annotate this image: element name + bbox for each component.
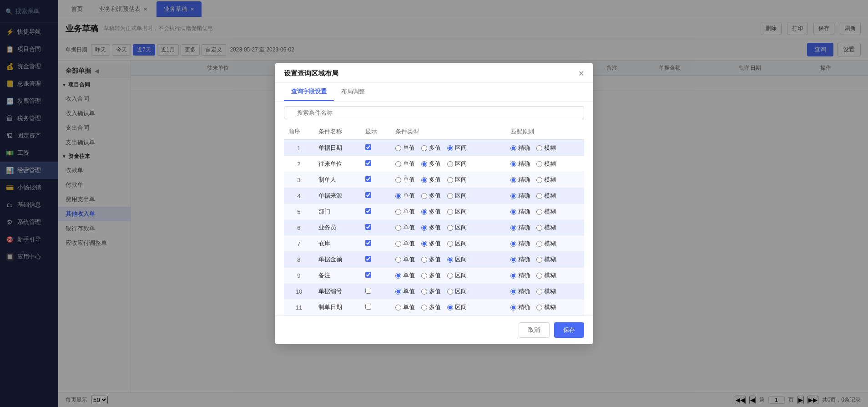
radio-type-多值-8[interactable]: 多值: [421, 271, 441, 280]
radio-match-模糊-8[interactable]: 模糊: [536, 271, 556, 280]
radio-type-多值-5[interactable]: 多值: [421, 224, 441, 232]
radio-type-区间-10[interactable]: 区间: [447, 303, 467, 311]
row-check-7[interactable]: [361, 252, 391, 268]
dialog-search-input[interactable]: [284, 106, 584, 119]
radio-type-单值-2[interactable]: 单值: [395, 176, 415, 184]
row-match-4[interactable]: 精确模糊: [506, 204, 584, 220]
row-type-6[interactable]: 单值多值区间: [391, 236, 506, 252]
radio-type-单值-5[interactable]: 单值: [395, 224, 415, 232]
row-check-0[interactable]: [361, 140, 391, 156]
row-type-9[interactable]: 单值多值区间: [391, 284, 506, 300]
row-check-5[interactable]: [361, 220, 391, 236]
checkbox-3[interactable]: [365, 192, 371, 198]
radio-match-模糊-4[interactable]: 模糊: [536, 208, 556, 216]
radio-match-精确-3[interactable]: 精确: [510, 192, 530, 200]
checkbox-10[interactable]: [365, 304, 371, 310]
row-check-10[interactable]: [361, 300, 391, 315]
row-type-0[interactable]: 单值多值区间: [391, 140, 506, 156]
radio-type-多值-0[interactable]: 多值: [421, 144, 441, 152]
radio-type-区间-4[interactable]: 区间: [447, 208, 467, 216]
radio-match-精确-7[interactable]: 精确: [510, 255, 530, 264]
radio-type-多值-4[interactable]: 多值: [421, 208, 441, 216]
radio-match-精确-9[interactable]: 精确: [510, 287, 530, 295]
row-check-1[interactable]: [361, 156, 391, 172]
radio-match-精确-1[interactable]: 精确: [510, 160, 530, 168]
row-check-9[interactable]: [361, 284, 391, 300]
radio-match-模糊-9[interactable]: 模糊: [536, 287, 556, 295]
radio-type-单值-1[interactable]: 单值: [395, 160, 415, 168]
row-type-8[interactable]: 单值多值区间: [391, 268, 506, 284]
radio-type-区间-2[interactable]: 区间: [447, 176, 467, 184]
checkbox-0[interactable]: [365, 144, 371, 150]
row-match-6[interactable]: 精确模糊: [506, 236, 584, 252]
checkbox-5[interactable]: [365, 224, 371, 230]
radio-match-模糊-6[interactable]: 模糊: [536, 239, 556, 248]
checkbox-7[interactable]: [365, 256, 371, 262]
radio-type-单值-7[interactable]: 单值: [395, 255, 415, 264]
dialog-tab-layout[interactable]: 布局调整: [334, 83, 372, 101]
radio-type-单值-4[interactable]: 单值: [395, 208, 415, 216]
radio-type-多值-9[interactable]: 多值: [421, 287, 441, 295]
dialog-close-button[interactable]: ✕: [578, 69, 584, 78]
row-match-8[interactable]: 精确模糊: [506, 268, 584, 284]
row-check-4[interactable]: [361, 204, 391, 220]
row-type-3[interactable]: 单值多值区间: [391, 188, 506, 204]
row-match-1[interactable]: 精确模糊: [506, 156, 584, 172]
radio-type-单值-0[interactable]: 单值: [395, 144, 415, 152]
row-check-8[interactable]: [361, 268, 391, 284]
checkbox-2[interactable]: [365, 176, 371, 182]
radio-type-区间-8[interactable]: 区间: [447, 271, 467, 280]
radio-match-模糊-5[interactable]: 模糊: [536, 224, 556, 232]
row-type-7[interactable]: 单值多值区间: [391, 252, 506, 268]
row-match-0[interactable]: 精确模糊: [506, 140, 584, 156]
radio-type-多值-3[interactable]: 多值: [421, 192, 441, 200]
radio-type-单值-6[interactable]: 单值: [395, 239, 415, 248]
row-match-2[interactable]: 精确模糊: [506, 172, 584, 188]
radio-type-区间-1[interactable]: 区间: [447, 160, 467, 168]
radio-type-单值-10[interactable]: 单值: [395, 303, 415, 311]
radio-type-单值-3[interactable]: 单值: [395, 192, 415, 200]
row-match-9[interactable]: 精确模糊: [506, 284, 584, 300]
radio-match-精确-8[interactable]: 精确: [510, 271, 530, 280]
radio-match-精确-5[interactable]: 精确: [510, 224, 530, 232]
radio-type-单值-9[interactable]: 单值: [395, 287, 415, 295]
radio-type-区间-5[interactable]: 区间: [447, 224, 467, 232]
radio-match-模糊-10[interactable]: 模糊: [536, 303, 556, 311]
radio-type-单值-8[interactable]: 单值: [395, 271, 415, 280]
radio-type-多值-1[interactable]: 多值: [421, 160, 441, 168]
row-check-6[interactable]: [361, 236, 391, 252]
radio-type-区间-9[interactable]: 区间: [447, 287, 467, 295]
checkbox-4[interactable]: [365, 208, 371, 214]
row-match-5[interactable]: 精确模糊: [506, 220, 584, 236]
radio-match-精确-10[interactable]: 精确: [510, 303, 530, 311]
radio-match-模糊-7[interactable]: 模糊: [536, 255, 556, 264]
radio-match-精确-4[interactable]: 精确: [510, 208, 530, 216]
row-type-5[interactable]: 单值多值区间: [391, 220, 506, 236]
dialog-save-button[interactable]: 保存: [554, 322, 584, 338]
checkbox-8[interactable]: [365, 272, 371, 278]
radio-type-多值-6[interactable]: 多值: [421, 239, 441, 248]
row-match-7[interactable]: 精确模糊: [506, 252, 584, 268]
checkbox-6[interactable]: [365, 240, 371, 246]
radio-match-模糊-3[interactable]: 模糊: [536, 192, 556, 200]
radio-type-多值-2[interactable]: 多值: [421, 176, 441, 184]
radio-match-模糊-0[interactable]: 模糊: [536, 144, 556, 152]
row-type-2[interactable]: 单值多值区间: [391, 172, 506, 188]
radio-type-多值-10[interactable]: 多值: [421, 303, 441, 311]
radio-match-模糊-2[interactable]: 模糊: [536, 176, 556, 184]
checkbox-9[interactable]: [365, 288, 371, 294]
radio-type-区间-7[interactable]: 区间: [447, 255, 467, 264]
radio-type-多值-7[interactable]: 多值: [421, 255, 441, 264]
row-check-2[interactable]: [361, 172, 391, 188]
dialog-tab-fields[interactable]: 查询字段设置: [284, 83, 334, 101]
row-match-3[interactable]: 精确模糊: [506, 188, 584, 204]
row-type-10[interactable]: 单值多值区间: [391, 300, 506, 315]
radio-match-精确-0[interactable]: 精确: [510, 144, 530, 152]
cancel-button[interactable]: 取消: [519, 322, 550, 338]
row-type-4[interactable]: 单值多值区间: [391, 204, 506, 220]
radio-type-区间-6[interactable]: 区间: [447, 239, 467, 248]
radio-match-精确-2[interactable]: 精确: [510, 176, 530, 184]
radio-type-区间-3[interactable]: 区间: [447, 192, 467, 200]
radio-match-模糊-1[interactable]: 模糊: [536, 160, 556, 168]
row-match-10[interactable]: 精确模糊: [506, 300, 584, 315]
